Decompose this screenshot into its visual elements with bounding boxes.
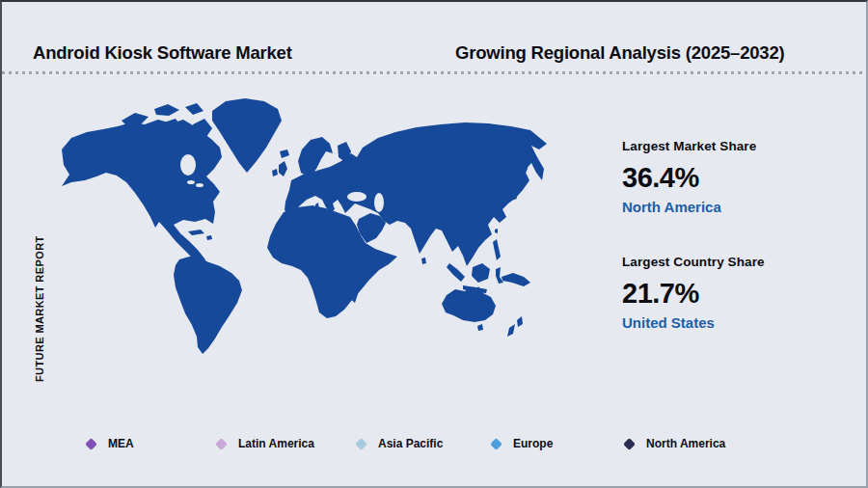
landmass-caribbean <box>188 230 212 240</box>
stat-largest-country-share: Largest Country Share 21.7% United State… <box>622 255 858 331</box>
legend-item-north-america: North America <box>625 435 725 452</box>
landmass-greenland <box>212 98 282 173</box>
stat-entity: United States <box>622 314 858 331</box>
landmass-north-america <box>62 120 222 274</box>
landmass-uk-ireland <box>272 161 287 176</box>
landmass-indonesia <box>447 263 503 293</box>
legend-label: North America <box>646 437 725 450</box>
page-subtitle: Growing Regional Analysis (2025–2032) <box>455 42 785 64</box>
stat-entity: North America <box>622 199 858 215</box>
landmass-sri-lanka <box>421 258 426 264</box>
hudson-bay <box>180 154 196 176</box>
legend-label: Europe <box>513 437 553 450</box>
landmass-taiwan <box>495 229 498 233</box>
legend-item-latin-america: Latin America <box>217 435 314 452</box>
landmass-new-guinea <box>502 273 530 286</box>
diamond-icon <box>355 438 367 450</box>
great-lakes-2 <box>196 183 203 187</box>
black-sea <box>347 192 366 202</box>
world-map <box>60 84 600 402</box>
landmass-australia <box>442 286 496 331</box>
legend-item-mea: MEA <box>87 435 134 452</box>
caspian-sea <box>374 193 384 212</box>
stat-label: Largest Market Share <box>622 139 858 153</box>
stat-value: 21.7% <box>622 278 858 310</box>
diamond-icon <box>85 438 97 450</box>
landmass-south-america <box>174 256 242 354</box>
legend-label: Asia Pacific <box>378 437 443 450</box>
header-divider <box>2 71 866 74</box>
infographic-frame: Android Kiosk Software Market Growing Re… <box>0 0 868 488</box>
diamond-icon <box>215 438 228 450</box>
page-title: Android Kiosk Software Market <box>33 42 292 64</box>
stat-largest-market-share: Largest Market Share 36.4% North America <box>622 139 858 215</box>
diamond-icon <box>623 438 636 450</box>
landmasses <box>62 98 547 354</box>
legend-label: Latin America <box>238 437 314 450</box>
great-lakes <box>187 180 195 184</box>
stat-label: Largest Country Share <box>622 255 858 269</box>
landmass-iceland <box>280 149 289 158</box>
legend: MEA Latin America Asia Pacific Europe No… <box>2 435 868 452</box>
landmass-new-zealand <box>507 316 523 337</box>
legend-label: MEA <box>108 437 134 450</box>
diamond-icon <box>490 438 502 450</box>
stats-panel: Largest Market Share 36.4% North America… <box>622 139 858 331</box>
landmass-philippines <box>493 239 501 260</box>
brand-side-label: FUTURE MARKET REPORT <box>34 227 49 391</box>
legend-item-asia-pacific: Asia Pacific <box>357 435 443 452</box>
legend-item-europe: Europe <box>492 435 553 452</box>
stat-value: 36.4% <box>622 162 858 194</box>
